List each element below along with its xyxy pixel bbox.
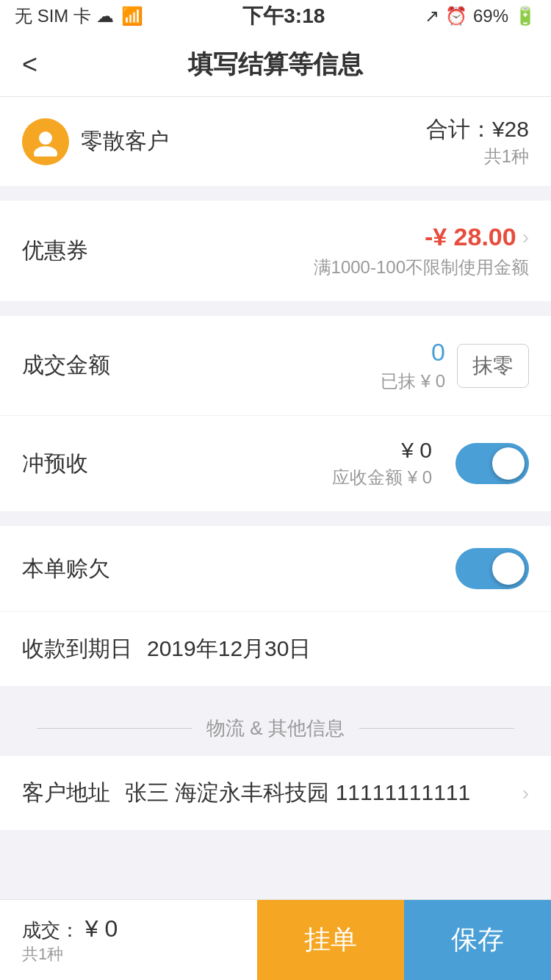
content-area: 零散客户 合计：¥28 共1种 优惠券 -¥ 28.00 › 满1000-100… bbox=[0, 97, 551, 933]
customer-total: 合计：¥28 bbox=[426, 115, 529, 145]
bottom-deal-label: 成交： bbox=[22, 919, 79, 941]
due-date-label: 收款到期日 bbox=[22, 634, 132, 664]
page-title: 填写结算等信息 bbox=[188, 48, 363, 82]
coupon-sub-text: 满1000-100不限制使用金额 bbox=[314, 256, 529, 279]
bottom-bar: 成交： ¥ 0 共1种 挂单 保存 bbox=[0, 899, 551, 980]
svg-point-0 bbox=[39, 131, 52, 145]
address-chevron-icon: › bbox=[522, 782, 529, 805]
due-date-label-area: 收款到期日 2019年12月30日 bbox=[22, 634, 311, 664]
battery-icon: 🔋 bbox=[514, 6, 536, 26]
nav-bar: < 填写结算等信息 bbox=[0, 32, 551, 97]
pre-receive-label: 冲预收 bbox=[22, 449, 88, 479]
transaction-section: 成交金额 0 已抹 ¥ 0 抹零 冲预收 ¥ 0 应收金额 ¥ 0 bbox=[0, 316, 551, 511]
bottom-count: 共1种 bbox=[22, 943, 235, 965]
status-bar: 无 SIM 卡 ☁ 📶 下午3:18 ↗ ⏰ 69% 🔋 bbox=[0, 0, 551, 32]
deal-amount-row: 成交金额 0 已抹 ¥ 0 抹零 bbox=[0, 316, 551, 416]
pre-receive-main-value: ¥ 0 bbox=[332, 438, 432, 463]
battery-level: 69% bbox=[473, 6, 508, 26]
address-label: 客户地址 bbox=[22, 778, 110, 808]
logistics-section-header: 物流 & 其他信息 bbox=[0, 701, 551, 756]
address-value: 张三 海淀永丰科技园 11111111111 bbox=[125, 778, 522, 808]
roundoff-button[interactable]: 抹零 bbox=[457, 344, 529, 388]
coupon-discount-value: -¥ 28.00 bbox=[425, 223, 516, 251]
location-icon: ↗ bbox=[425, 6, 439, 26]
logistics-header-text: 物流 & 其他信息 bbox=[206, 716, 345, 741]
back-button[interactable]: < bbox=[22, 49, 37, 80]
due-date-row: 收款到期日 2019年12月30日 bbox=[0, 612, 551, 686]
debt-toggle[interactable] bbox=[455, 548, 529, 589]
pre-receive-values: ¥ 0 应收金额 ¥ 0 bbox=[332, 438, 432, 489]
address-row[interactable]: 客户地址 张三 海淀永丰科技园 11111111111 › bbox=[0, 756, 551, 830]
debt-section: 本单赊欠 收款到期日 2019年12月30日 bbox=[0, 526, 551, 686]
bottom-deal-row: 成交： ¥ 0 bbox=[22, 915, 235, 943]
debt-row: 本单赊欠 bbox=[0, 526, 551, 612]
coupon-chevron-icon: › bbox=[522, 226, 529, 249]
customer-count: 共1种 bbox=[426, 145, 529, 168]
status-time: 下午3:18 bbox=[242, 2, 325, 30]
customer-avatar bbox=[22, 118, 69, 165]
customer-total-area: 合计：¥28 共1种 bbox=[426, 115, 529, 168]
customer-name: 零散客户 bbox=[81, 126, 169, 156]
bottom-info: 成交： ¥ 0 共1种 bbox=[0, 915, 257, 965]
svg-point-1 bbox=[34, 146, 57, 156]
coupon-right: -¥ 28.00 › 满1000-100不限制使用金额 bbox=[314, 223, 529, 279]
amount-input-area: 0 已抹 ¥ 0 bbox=[381, 338, 445, 393]
wifi-icon: 📶 bbox=[121, 6, 143, 26]
deal-amount-value[interactable]: 0 bbox=[381, 338, 445, 367]
debt-right bbox=[455, 548, 529, 589]
coupon-section: 优惠券 -¥ 28.00 › 满1000-100不限制使用金额 bbox=[0, 201, 551, 301]
coupon-label: 优惠券 bbox=[22, 236, 88, 266]
deal-amount-label: 成交金额 bbox=[22, 350, 110, 381]
alarm-icon: ⏰ bbox=[445, 6, 467, 26]
save-button-label: 保存 bbox=[451, 922, 504, 958]
hold-button[interactable]: 挂单 bbox=[257, 900, 404, 981]
customer-info: 零散客户 bbox=[22, 118, 169, 165]
deal-amount-sub: 已抹 ¥ 0 bbox=[381, 370, 445, 393]
debt-label: 本单赊欠 bbox=[22, 554, 110, 584]
bottom-deal-value: ¥ 0 bbox=[85, 915, 118, 942]
pre-receive-right: ¥ 0 应收金额 ¥ 0 bbox=[332, 438, 529, 489]
due-date-value: 2019年12月30日 bbox=[147, 634, 311, 664]
deal-amount-right: 0 已抹 ¥ 0 抹零 bbox=[381, 338, 529, 393]
coupon-row[interactable]: 优惠券 -¥ 28.00 › 满1000-100不限制使用金额 bbox=[0, 201, 551, 301]
status-right: ↗ ⏰ 69% 🔋 bbox=[425, 6, 536, 26]
status-left: 无 SIM 卡 ☁ 📶 bbox=[15, 4, 143, 28]
pre-receive-row: 冲预收 ¥ 0 应收金额 ¥ 0 bbox=[0, 416, 551, 511]
customer-section: 零散客户 合计：¥28 共1种 bbox=[0, 97, 551, 186]
pre-receive-toggle[interactable] bbox=[455, 443, 529, 484]
save-button[interactable]: 保存 bbox=[404, 900, 551, 981]
address-section: 客户地址 张三 海淀永丰科技园 11111111111 › bbox=[0, 756, 551, 830]
coupon-value-row: -¥ 28.00 › bbox=[425, 223, 529, 251]
sim-status: 无 SIM 卡 ☁ bbox=[15, 4, 114, 28]
pre-receive-sub: 应收金额 ¥ 0 bbox=[332, 466, 432, 489]
hold-button-label: 挂单 bbox=[304, 922, 357, 958]
